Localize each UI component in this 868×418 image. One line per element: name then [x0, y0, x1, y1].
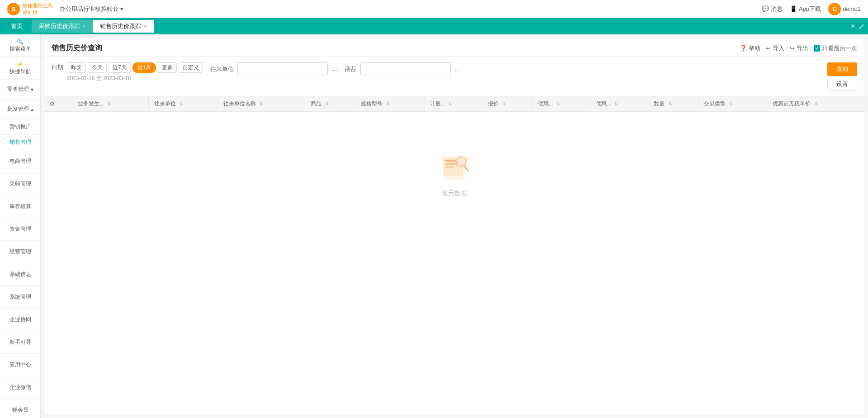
goods-filter: 商品 ...: [345, 62, 460, 75]
sidebar-item-finance[interactable]: 资金管理: [0, 218, 40, 241]
import-button[interactable]: ↩ 导入: [766, 44, 784, 52]
date-label: 日期: [52, 62, 63, 71]
col-quote[interactable]: 报价 ⇅: [482, 96, 532, 112]
help-button[interactable]: ❓ 帮助: [740, 44, 760, 52]
export-button[interactable]: ↪ 导出: [790, 44, 808, 52]
page-title: 销售历史价查询: [52, 43, 102, 53]
date-btn-7days[interactable]: 近7天: [108, 62, 131, 73]
sidebar-item-member[interactable]: 畅会员: [0, 399, 40, 418]
col-goods[interactable]: 商品 ⇅: [305, 96, 355, 112]
sidebar-item-appstore[interactable]: 应用中心: [0, 354, 40, 376]
tab-purchase-history[interactable]: 采购历史价跟踪 ×: [32, 20, 93, 33]
sort-icon: ⇅: [325, 101, 329, 106]
sidebar-item-operations[interactable]: 经营管理: [0, 241, 40, 263]
col-trade-type[interactable]: 交易类型 ⇅: [698, 96, 767, 112]
sidebar-item-system[interactable]: 系统管理: [0, 286, 40, 309]
sidebar-item-basic[interactable]: 基础信息: [0, 263, 40, 286]
close-tab1-icon[interactable]: ×: [83, 24, 85, 29]
tab-home[interactable]: 首页: [4, 20, 30, 33]
sort-icon: ⇅: [107, 101, 111, 106]
sort-icon: ⇅: [259, 101, 263, 106]
query-button[interactable]: 查询: [827, 62, 857, 76]
date-filter-group: 日期 昨天 今天 近7天 近1月 更多 自定义 2023-02-18 至 202…: [52, 62, 203, 82]
user-action[interactable]: D demo2: [828, 3, 861, 15]
maximize-icon[interactable]: ⤢: [859, 22, 864, 31]
sidebar-item-purchase[interactable]: 采购管理: [0, 173, 40, 195]
date-btns: 昨天 今天 近7天 近1月 更多 自定义: [67, 62, 203, 73]
logo-icon: 6: [7, 3, 20, 15]
col-unit-name[interactable]: 往来单位名称 ⇅: [217, 96, 305, 112]
main-layout: 🔍 搜索菜单 ⚡ 快捷导航 零售管理 ▾ 批发管理 ▴ 营销推广 销售管理 电商…: [0, 34, 868, 418]
table-header-row: ⚙ 业务发生... ⇅ 往来单位 ⇅ 往来单位名称: [44, 96, 864, 112]
from-unit-filter: 往来单位 ...: [210, 62, 337, 75]
sidebar-item-wholesale[interactable]: 批发管理 ▴: [0, 100, 40, 119]
from-unit-input[interactable]: [237, 62, 328, 75]
col-spec[interactable]: 规格型号 ⇅: [355, 96, 424, 112]
header-right: 💬 消息 📱 App下载 D demo2: [762, 3, 861, 15]
content-area: 销售历史价查询 ❓ 帮助 ↩ 导入 ↪ 导出 ✓: [41, 34, 868, 418]
col-pretax-price[interactable]: 优惠前无税单价 ⇅: [767, 96, 864, 112]
app-selector[interactable]: 办公用品行业模拟账套 ▾: [56, 3, 127, 15]
col-unit-code[interactable]: 往来单位 ⇅: [149, 96, 217, 112]
svg-rect-3: [445, 163, 458, 165]
sort-icon: ⇅: [614, 101, 618, 106]
close-tab2-icon[interactable]: ×: [144, 24, 146, 29]
logo-text: 畅捷通好生意 标准版: [23, 2, 52, 15]
sidebar: 🔍 搜索菜单 ⚡ 快捷导航 零售管理 ▾ 批发管理 ▴ 营销推广 销售管理 电商…: [0, 34, 41, 418]
date-range-text: 2023-02-18 至 2023-03-18: [67, 75, 203, 82]
svg-point-6: [458, 158, 465, 165]
date-btn-custom[interactable]: 自定义: [179, 62, 203, 73]
table-container: ⚙ 业务发生... ⇅ 往来单位 ⇅ 往来单位名称: [44, 96, 864, 414]
gear-icon: ⚙: [50, 101, 55, 107]
filter-area: 日期 昨天 今天 近7天 近1月 更多 自定义 2023-02-18 至 202…: [44, 57, 864, 96]
date-btn-1month[interactable]: 近1月: [132, 62, 156, 73]
page-header-actions: ❓ 帮助 ↩ 导入 ↪ 导出 ✓ 只看最后一次: [740, 44, 857, 52]
header-left: 6 畅捷通好生意 标准版 办公用品行业模拟账套 ▾: [7, 2, 127, 15]
goods-dots-btn[interactable]: ...: [454, 65, 460, 73]
export-icon: ↪: [790, 45, 795, 52]
sidebar-item-enterprise[interactable]: 企业协同: [0, 309, 40, 331]
col-discount2[interactable]: 优惠... ⇅: [590, 96, 648, 112]
goods-label: 商品: [345, 64, 357, 73]
settings-button[interactable]: 设置: [827, 78, 857, 90]
message-icon: 💬: [762, 5, 769, 12]
col-quantity[interactable]: 数量 ⇅: [648, 96, 698, 112]
logo-area: 6 畅捷通好生意 标准版: [7, 2, 52, 15]
col-unit[interactable]: 计量... ⇅: [424, 96, 482, 112]
sidebar-item-ecommerce[interactable]: 电商管理: [0, 150, 40, 173]
date-btn-yesterday[interactable]: 昨天: [67, 62, 86, 73]
from-unit-dots-btn[interactable]: ...: [331, 65, 337, 73]
date-btn-more[interactable]: 更多: [158, 62, 177, 73]
sidebar-item-search[interactable]: 🔍 搜索菜单: [0, 34, 40, 57]
close-window-icon[interactable]: ×: [851, 22, 855, 30]
top-header: 6 畅捷通好生意 标准版 办公用品行业模拟账套 ▾ 💬 消息 📱 App下载 D…: [0, 0, 868, 18]
sidebar-item-retail-label: 零售管理: [7, 86, 29, 93]
tab-sales-history[interactable]: 销售历史价跟踪 ×: [93, 20, 154, 33]
message-action[interactable]: 💬 消息: [762, 5, 783, 13]
col-gear[interactable]: ⚙: [44, 96, 72, 112]
only-latest-checkbox[interactable]: ✓ 只看最后一次: [814, 44, 857, 52]
sort-icon: ⇅: [729, 101, 732, 106]
app-download-action[interactable]: 📱 App下载: [790, 5, 821, 13]
sidebar-item-shortcut[interactable]: ⚡ 快捷导航: [0, 57, 40, 80]
col-biz-date[interactable]: 业务发生... ⇅: [72, 96, 149, 112]
search-icon: 🔍: [17, 38, 24, 45]
chevron-down-icon: ▾: [120, 5, 123, 12]
sort-icon: ⇅: [814, 101, 818, 106]
col-discount1[interactable]: 优惠... ⇅: [532, 96, 590, 112]
goods-input[interactable]: [360, 62, 451, 75]
sidebar-item-wechat[interactable]: 企业微信: [0, 376, 40, 399]
sidebar-item-retail[interactable]: 零售管理 ▾: [0, 80, 40, 100]
page-header: 销售历史价查询 ❓ 帮助 ↩ 导入 ↪ 导出 ✓: [44, 38, 864, 57]
shortcut-icon: ⚡: [17, 61, 24, 67]
from-unit-label: 往来单位: [210, 64, 234, 73]
sidebar-item-sales[interactable]: 销售管理: [0, 135, 40, 150]
filter-actions: 查询 设置: [827, 62, 857, 90]
sidebar-item-guide[interactable]: 新手引导: [0, 331, 40, 354]
svg-line-7: [464, 166, 468, 171]
date-btn-today[interactable]: 今天: [88, 62, 107, 73]
sidebar-item-marketing[interactable]: 营销推广: [0, 119, 40, 135]
page-content: 销售历史价查询 ❓ 帮助 ↩ 导入 ↪ 导出 ✓: [44, 38, 864, 414]
chevron-up-icon: ▴: [31, 106, 33, 113]
sidebar-item-inventory[interactable]: 库存核算: [0, 195, 40, 218]
